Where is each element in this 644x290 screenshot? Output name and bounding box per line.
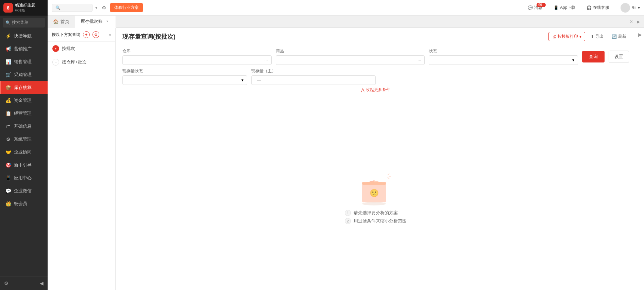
content-area: 按以下方案查询 + ⚙ « ● 按批次 ○ 按仓库+批次 现存量查询(按批次) xyxy=(48,28,644,290)
filter-panel-title: 按以下方案查询 xyxy=(52,32,80,38)
inventory-status-select[interactable]: ▾ xyxy=(122,75,247,85)
operations-icon: 📋 xyxy=(5,111,11,116)
sidebar-search[interactable]: 🔍 搜索菜单 xyxy=(3,18,45,28)
warehouse-label: 仓库 xyxy=(122,48,272,54)
app-download-label: App下载 xyxy=(560,5,575,11)
messages-btn[interactable]: 💬 消息 99+ xyxy=(528,5,542,11)
product-dots: ··· xyxy=(418,58,421,62)
print-label: 按模板打印 xyxy=(558,34,578,39)
tab-close-icon[interactable]: × xyxy=(105,19,110,24)
online-service-btn[interactable]: 🎧 在线客服 xyxy=(587,5,609,11)
status-select[interactable]: ▾ xyxy=(429,55,578,65)
sidebar-item-sales[interactable]: 📊 销售管理 xyxy=(0,55,48,68)
collapse-conditions-btn[interactable]: ⋀ 收起更多条件 xyxy=(122,85,629,95)
filter-settings-button[interactable]: ⚙ xyxy=(92,31,99,38)
divider3 xyxy=(615,5,615,11)
username: Rit xyxy=(631,5,637,10)
marketing-icon: 📢 xyxy=(5,46,11,52)
sidebar-item-label: 新手引导 xyxy=(14,162,32,168)
main-area: 🔍 ▾ ⚙ 体验行业方案 💬 消息 99+ 📱 App下载 🎧 在线客服 xyxy=(48,0,644,290)
inventory-main-range[interactable]: — xyxy=(251,75,376,85)
divider1 xyxy=(548,5,548,11)
status-condition: 状态 ▾ xyxy=(429,48,578,65)
topbar-search[interactable]: 🔍 xyxy=(52,4,92,12)
collapse-sidebar-icon[interactable]: ◀ xyxy=(38,279,45,287)
filter-item-batch[interactable]: ● 按批次 xyxy=(48,42,115,55)
product-input[interactable]: ··· xyxy=(276,55,425,65)
svg-line-4 xyxy=(388,174,389,175)
sidebar-item-finance[interactable]: 💰 资金管理 xyxy=(0,94,48,107)
sidebar-item-member[interactable]: 👑 畅会员 xyxy=(0,197,48,210)
sidebar-item-label: 畅会员 xyxy=(14,201,27,207)
sidebar-item-app-center[interactable]: 📱 应用中心 xyxy=(0,171,48,184)
sidebar-item-enterprise[interactable]: 🤝 企业协同 xyxy=(0,146,48,159)
topbar-dropdown-icon[interactable]: ▾ xyxy=(95,5,98,10)
experience-btn[interactable]: 体验行业方案 xyxy=(110,3,143,12)
empty-hint-2: 2 用过滤条件来缩小分析范围 xyxy=(345,218,407,224)
sidebar-item-system[interactable]: ⚙ 系统管理 xyxy=(0,133,48,146)
inventory-status-arrow-icon: ▾ xyxy=(241,78,243,83)
finance-icon: 💰 xyxy=(5,98,11,103)
sidebar-item-inventory[interactable]: 📦 库存核算 xyxy=(0,81,48,94)
export-button[interactable]: ⬆ 导出 xyxy=(588,32,606,41)
sidebar-item-purchase[interactable]: 🛒 采购管理 xyxy=(0,68,48,81)
tabbar: 🏠 首页 库存批次账 × × ▶ xyxy=(48,16,644,28)
settings-button[interactable]: 设置 xyxy=(609,51,629,63)
avatar xyxy=(621,3,630,13)
status-arrow-icon: ▾ xyxy=(572,58,574,62)
svg-rect-1 xyxy=(362,182,386,185)
divider2 xyxy=(581,5,581,11)
close-all-tabs-icon[interactable]: × xyxy=(627,19,635,25)
sidebar-item-basics[interactable]: 🗃 基础信息 xyxy=(0,120,48,133)
tab-inventory-batch-label: 库存批次账 xyxy=(81,18,103,24)
filter-panel-header: 按以下方案查询 + ⚙ « xyxy=(48,28,115,42)
sidebar-item-operations[interactable]: 📋 经营管理 xyxy=(0,107,48,120)
settings-footer-icon[interactable]: ⚙ xyxy=(3,279,10,287)
page-title: 现存量查询(按批次) xyxy=(122,33,175,41)
search-icon: 🔍 xyxy=(5,20,11,25)
headset-icon: 🎧 xyxy=(587,5,592,10)
hint-num-1: 1 xyxy=(345,210,351,216)
filter-collapse-icon[interactable]: « xyxy=(109,32,111,37)
tab-home[interactable]: 🏠 首页 xyxy=(48,16,75,28)
product-label: 商品 xyxy=(276,48,425,54)
print-button[interactable]: 🖨 按模板打印 ▾ xyxy=(548,32,585,41)
sidebar-item-marketing[interactable]: 📢 营销推广 xyxy=(0,42,48,55)
warehouse-input[interactable]: ··· xyxy=(122,55,272,65)
sidebar: 6 畅通好生意 标准版 🔍 搜索菜单 ⚡ 快捷导航 📢 营销推广 📊 销售管理 … xyxy=(0,0,48,290)
filter-panel: 按以下方案查询 + ⚙ « ● 按批次 ○ 按仓库+批次 xyxy=(48,28,116,290)
query-button[interactable]: 查询 xyxy=(582,51,605,62)
sidebar-nav: ⚡ 快捷导航 📢 营销推广 📊 销售管理 🛒 采购管理 📦 库存核算 💰 资金管… xyxy=(0,30,48,276)
status-label: 状态 xyxy=(429,48,578,54)
sidebar-item-enterprise-wechat[interactable]: 💬 企业微信 xyxy=(0,184,48,197)
filter-item-warehouse-batch[interactable]: ○ 按仓库+批次 xyxy=(48,55,115,69)
more-tabs-icon[interactable]: ▶ xyxy=(635,19,641,24)
basics-icon: 🗃 xyxy=(5,124,11,129)
app-name: 畅通好生意 xyxy=(15,3,35,8)
sidebar-item-quick-nav[interactable]: ⚡ 快捷导航 xyxy=(0,30,48,42)
topbar-gear-icon[interactable]: ⚙ xyxy=(100,3,107,12)
purchase-icon: 🛒 xyxy=(5,72,11,77)
hint-text-2: 用过滤条件来缩小分析范围 xyxy=(354,218,407,224)
sidebar-item-label: 经营管理 xyxy=(14,110,32,116)
app-download-btn[interactable]: 📱 App下载 xyxy=(554,5,575,11)
refresh-button[interactable]: 🔄 刷新 xyxy=(609,32,629,41)
right-panel: ▶ xyxy=(636,28,644,290)
sidebar-item-label: 销售管理 xyxy=(14,59,32,65)
home-icon: 🏠 xyxy=(53,19,58,24)
sidebar-item-label: 企业协同 xyxy=(14,149,32,155)
condition-row-1: 仓库 ··· 商品 ··· 状态 xyxy=(122,48,629,65)
empty-state: 😕 1 请先选择要分析的方案 2 xyxy=(116,99,636,290)
page-header: 现存量查询(按批次) 🖨 按模板打印 ▾ ⬆ 导出 🔄 刷新 xyxy=(116,28,636,44)
inventory-status-label: 现存量状态 xyxy=(122,68,247,74)
sidebar-item-label: 企业微信 xyxy=(14,188,32,194)
export-icon: ⬆ xyxy=(591,34,594,39)
inventory-main-condition: 现存量（主） — xyxy=(251,68,376,85)
tab-inventory-batch[interactable]: 库存批次账 × xyxy=(75,16,116,28)
empty-svg: 😕 xyxy=(355,165,396,206)
right-close-btn[interactable]: ▶ xyxy=(637,31,643,39)
topbar-search-icon: 🔍 xyxy=(55,5,61,10)
user-profile[interactable]: Rit ▾ xyxy=(621,3,640,13)
sidebar-item-newbie[interactable]: 🎯 新手引导 xyxy=(0,159,48,171)
filter-add-button[interactable]: + xyxy=(83,31,90,38)
